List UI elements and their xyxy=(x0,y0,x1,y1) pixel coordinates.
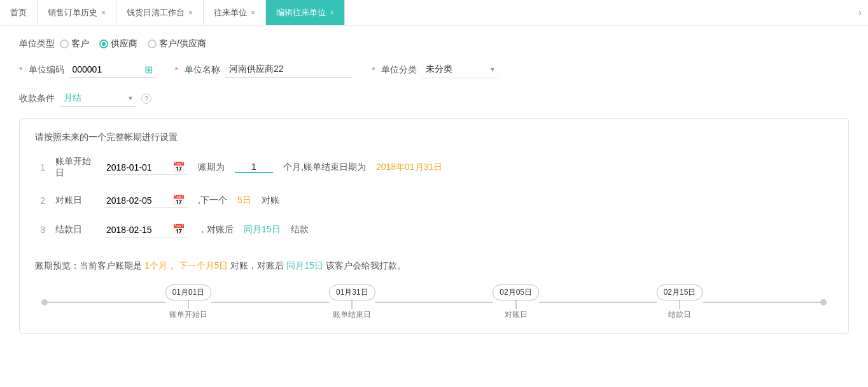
timeline-line-4 xyxy=(539,302,657,303)
timeline-sublabel-4: 结款日 xyxy=(668,309,691,320)
unit-code-label: 单位编码 xyxy=(29,64,64,76)
period-row-1: 1 账单开始日 📅 账期为 个月,账单结束日期为 2018年01月31日 xyxy=(35,156,833,179)
unit-type-row: 单位类型 客户 供应商 客户/供应商 xyxy=(19,38,849,50)
period-row2-prefix: ,下一个 xyxy=(198,195,227,206)
unit-name-group: * 单位名称 xyxy=(174,62,352,78)
radio-both-label: 客户/供应商 xyxy=(159,38,206,50)
period-date-input-2[interactable] xyxy=(106,195,170,206)
preview-part1: 1个月， xyxy=(144,260,176,271)
tabs-expand-button[interactable]: › xyxy=(852,7,868,18)
timeline-pill-1: 01月01日 xyxy=(165,285,212,300)
unit-class-star: * xyxy=(372,65,375,75)
period-calendar-2[interactable]: 📅 xyxy=(172,194,185,206)
timeline-node-4: 02月15日 结款日 xyxy=(657,285,703,320)
period-month-input[interactable] xyxy=(235,162,273,173)
tab-edit-partner-close[interactable]: × xyxy=(330,8,334,17)
timeline-stem-4 xyxy=(679,300,680,309)
main-content: 单位类型 客户 供应商 客户/供应商 * 单位编码 xyxy=(0,25,868,387)
period-date-input-1[interactable] xyxy=(106,162,170,172)
period-date-2: 📅 xyxy=(104,193,188,208)
unit-type-group: 单位类型 客户 供应商 客户/供应商 xyxy=(19,38,206,50)
period-num-2: 2 xyxy=(35,195,45,206)
period-month-label: 个月,账单结束日期为 xyxy=(283,162,366,173)
tab-partner-units-close[interactable]: × xyxy=(251,8,255,17)
preview-bar: 账期预览：当前客户账期是 1个月， 下一个月5日 对账，对账后 同月15日 该客… xyxy=(35,251,833,285)
tab-edit-partner[interactable]: 编辑往来单位 × xyxy=(266,0,345,25)
tab-partner-units[interactable]: 往来单位 × xyxy=(204,0,266,25)
period-date-input-3[interactable] xyxy=(106,225,170,235)
unit-name-star: * xyxy=(174,65,178,75)
payment-value: 月结 xyxy=(64,92,126,104)
timeline-pill-2: 01月31日 xyxy=(329,285,375,300)
tab-cash-ledger[interactable]: 钱货日清工作台 × xyxy=(116,0,204,25)
period-date-1: 📅 xyxy=(104,160,188,175)
timeline-node-3: 02月05日 对账日 xyxy=(493,285,539,320)
preview-part3: 同月15日 xyxy=(286,260,323,271)
unit-name-input[interactable] xyxy=(225,62,353,78)
tab-home[interactable]: 首页 xyxy=(0,0,38,25)
period-label-1: 账单开始日 xyxy=(55,156,94,179)
unit-info-row: * 单位编码 ⊞ * 单位名称 * 单位分类 未分类 ▾ xyxy=(19,61,849,78)
period-suffix-prefix-1: 账期为 xyxy=(198,162,225,173)
timeline: 01月01日 账单开始日 01月31日 账单结束日 02月05日 对账日 xyxy=(35,285,833,320)
timeline-pill-4: 02月15日 xyxy=(657,285,703,300)
payment-group: 收款条件 月结 ▾ ? xyxy=(19,90,151,107)
timeline-node-1: 01月01日 账单开始日 xyxy=(165,285,212,320)
unit-code-field: ⊞ xyxy=(69,62,155,78)
unit-code-input[interactable] xyxy=(72,64,142,74)
period-label-3: 结款日 xyxy=(55,224,94,236)
period-row2-highlight: 5日 xyxy=(237,195,251,206)
unit-class-chevron: ▾ xyxy=(491,65,494,74)
tab-sales-history-close[interactable]: × xyxy=(101,8,106,17)
payment-select[interactable]: 月结 ▾ xyxy=(60,90,136,107)
period-row3-suffix: 结款 xyxy=(291,224,309,236)
period-date-3: 📅 xyxy=(104,222,188,237)
timeline-node-2: 01月31日 账单结束日 xyxy=(329,285,375,320)
period-label-2: 对账日 xyxy=(55,195,94,206)
unit-class-group: * 单位分类 未分类 ▾ xyxy=(372,61,498,78)
timeline-sublabel-1: 账单开始日 xyxy=(169,309,207,320)
radio-supplier-circle xyxy=(99,39,108,48)
radio-both-circle xyxy=(148,39,157,48)
preview-middle: 对账，对账后 xyxy=(230,260,284,271)
period-num-1: 1 xyxy=(35,162,45,172)
unit-class-value: 未分类 xyxy=(426,64,488,75)
unit-class-label: 单位分类 xyxy=(381,64,417,76)
period-box: 请按照未来的一个完整帐期进行设置 1 账单开始日 📅 账期为 个月,账单结束日期… xyxy=(19,118,849,334)
timeline-line-3 xyxy=(375,302,493,303)
tab-cash-ledger-close[interactable]: × xyxy=(188,8,193,17)
timeline-line-2 xyxy=(211,302,329,303)
period-row2-suffix: 对账 xyxy=(262,195,279,206)
timeline-end-dot xyxy=(820,299,827,306)
payment-row: 收款条件 月结 ▾ ? xyxy=(19,90,849,107)
timeline-sublabel-2: 账单结束日 xyxy=(333,309,371,320)
tab-sales-history[interactable]: 销售订单历史 × xyxy=(38,0,116,25)
timeline-stem-2 xyxy=(351,300,353,309)
timeline-pill-3: 02月05日 xyxy=(493,285,539,300)
radio-customer-circle xyxy=(60,39,69,48)
period-title: 请按照未来的一个完整帐期进行设置 xyxy=(35,132,833,143)
preview-prefix: 账期预览：当前客户账期是 xyxy=(35,260,142,271)
period-end-date: 2018年01月31日 xyxy=(376,162,442,173)
radio-group: 客户 供应商 客户/供应商 xyxy=(60,38,206,50)
tabs-bar: 首页 销售订单历史 × 钱货日清工作台 × 往来单位 × 编辑往来单位 × › xyxy=(0,0,868,25)
payment-label: 收款条件 xyxy=(19,93,55,104)
payment-help-icon[interactable]: ? xyxy=(141,94,151,104)
period-row3-highlight: 同月15日 xyxy=(244,224,281,236)
radio-customer[interactable]: 客户 xyxy=(60,38,89,50)
period-calendar-3[interactable]: 📅 xyxy=(172,223,185,236)
timeline-line-5 xyxy=(703,302,820,303)
unit-type-label: 单位类型 xyxy=(19,38,55,50)
radio-customer-supplier[interactable]: 客户/供应商 xyxy=(148,38,206,50)
radio-customer-label: 客户 xyxy=(71,38,89,50)
unit-class-select[interactable]: 未分类 ▾ xyxy=(422,61,498,78)
timeline-line-1 xyxy=(48,302,165,303)
radio-supplier[interactable]: 供应商 xyxy=(99,38,137,50)
timeline-sublabel-3: 对账日 xyxy=(505,309,528,320)
timeline-stem-1 xyxy=(188,300,189,309)
unit-name-label: 单位名称 xyxy=(185,64,220,76)
period-row-3: 3 结款日 📅 ，对账后 同月15日 结款 xyxy=(35,222,833,237)
period-row-2: 2 对账日 📅 ,下一个 5日 对账 xyxy=(35,193,833,208)
unit-code-icon[interactable]: ⊞ xyxy=(144,64,153,76)
period-calendar-1[interactable]: 📅 xyxy=(172,161,185,173)
